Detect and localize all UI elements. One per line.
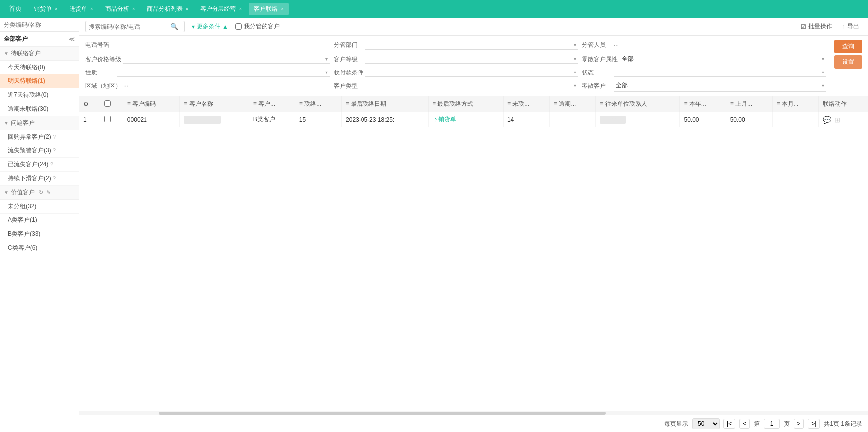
bottom-bar: 每页显示 50 100 200 |< < 第 页 > >| 共1页 1条记录: [79, 415, 868, 432]
select-all-checkbox[interactable]: [104, 100, 111, 107]
collapse-sidebar-icon[interactable]: ≪: [69, 36, 75, 43]
sidebar-search-input[interactable]: [4, 21, 78, 28]
sidebar-item-class-b[interactable]: B类客户(33): [0, 227, 79, 241]
first-page-btn[interactable]: |<: [723, 419, 735, 429]
toolbar-right: ☑ 批量操作 ↑ 导出: [798, 21, 862, 32]
col-checkbox[interactable]: [100, 96, 123, 112]
filter-dept: 分管部门 ▾: [334, 41, 578, 50]
more-filters-btn[interactable]: ▾ 更多条件 ▲: [189, 21, 231, 32]
sidebar-item-ungrouped[interactable]: 未分组(32): [0, 200, 79, 214]
sidebar-item-overdue[interactable]: 逾期未联络(30): [0, 102, 79, 116]
horizontal-scrollbar[interactable]: [79, 411, 868, 415]
sidebar-item-7days[interactable]: 近7天待联络(0): [0, 88, 79, 102]
customer-level-caret-icon: ▾: [574, 56, 576, 62]
filter-region-dots[interactable]: ···: [123, 82, 128, 89]
page-size-select[interactable]: 50 100 200: [692, 418, 720, 429]
page-input[interactable]: [764, 419, 780, 429]
reset-button[interactable]: 设置: [834, 55, 862, 69]
last-page-btn[interactable]: >|: [808, 419, 820, 429]
filter-payment-terms-select[interactable]: ▾: [365, 68, 578, 77]
group-problem-customers[interactable]: ▼ 问题客户: [0, 116, 79, 130]
close-purchase-order-icon[interactable]: ×: [90, 6, 93, 12]
col-code[interactable]: ≡ 客户编码: [123, 96, 179, 112]
col-last-contact-date[interactable]: ≡ 最后联络日期: [342, 96, 429, 112]
retail-customer-caret-icon: ▾: [822, 83, 824, 88]
col-type[interactable]: ≡ 客户...: [249, 96, 295, 112]
cell-checkbox[interactable]: [100, 112, 123, 127]
group-value-label: 价值客户: [11, 188, 35, 197]
my-customers-checkbox-label[interactable]: 我分管的客户: [235, 22, 280, 31]
sidebar-item-repurchase-abnormal[interactable]: 回购异常客户(2) ?: [0, 130, 79, 144]
col-settings[interactable]: ⚙: [79, 96, 100, 112]
batch-ops-btn[interactable]: ☑ 批量操作: [798, 21, 835, 32]
export-btn[interactable]: ↑ 导出: [839, 21, 862, 32]
sidebar-item-churned[interactable]: 已流失客户(24) ?: [0, 158, 79, 172]
chat-action-icon[interactable]: 💬: [823, 116, 831, 124]
nav-purchase-order[interactable]: 进货单 ×: [65, 3, 98, 15]
filter-retail-customer-select[interactable]: 全部 ▾: [614, 80, 826, 92]
edit-value-icon[interactable]: ✎: [46, 189, 51, 196]
filter-customer-level-select[interactable]: ▾: [365, 55, 578, 64]
sidebar-item-churn-warning[interactable]: 流失预警客户(3) ?: [0, 144, 79, 158]
next-page-btn[interactable]: >: [794, 419, 804, 429]
group-arrow-icon: ▼: [4, 51, 9, 56]
close-customer-contact-icon[interactable]: ×: [281, 6, 284, 12]
query-button[interactable]: 查询: [834, 40, 862, 53]
col-last-month[interactable]: ≡ 上月...: [726, 96, 772, 112]
nav-product-analysis[interactable]: 商品分析 ×: [100, 3, 140, 15]
my-customers-checkbox[interactable]: [235, 23, 242, 30]
grid-action-icon[interactable]: ⊞: [834, 116, 840, 124]
col-name[interactable]: ≡ 客户名称: [180, 96, 249, 112]
group-pending-contact[interactable]: ▼ 待联络客户: [0, 47, 79, 61]
last-contact-method-link[interactable]: 下销货单: [433, 116, 456, 123]
sidebar-item-declining[interactable]: 持续下滑客户(2) ?: [0, 172, 79, 186]
sidebar-item-class-c[interactable]: C类客户(6): [0, 241, 79, 255]
col-contact-person[interactable]: ≡ 往来单位联系人: [596, 96, 680, 112]
filter-customer-type: 客户类型 ▾: [334, 81, 578, 90]
scrollbar-thumb[interactable]: [159, 412, 606, 415]
cell-name: Ea: [180, 112, 249, 127]
sidebar-item-tomorrow[interactable]: 明天待联络(1): [0, 74, 79, 88]
group-pending-label: 待联络客户: [11, 49, 41, 58]
nav-product-analysis-list[interactable]: 商品分析列表 ×: [142, 3, 194, 15]
filter-dept-select[interactable]: ▾: [365, 41, 578, 50]
cell-last-contact-method[interactable]: 下销货单: [428, 112, 503, 127]
dept-caret-icon: ▾: [574, 42, 576, 48]
main-search-icon[interactable]: 🔍: [170, 23, 178, 30]
cell-uncontacted: 14: [503, 112, 549, 127]
nav-home[interactable]: 首页: [4, 2, 27, 15]
col-this-month[interactable]: ≡ 本月...: [772, 96, 818, 112]
nav-customer-contact[interactable]: 客户联络 ×: [249, 3, 289, 15]
filter-nature-select[interactable]: ▾: [117, 68, 330, 77]
nav-customer-segmentation[interactable]: 客户分层经营 ×: [195, 3, 247, 15]
nav-sales-order[interactable]: 销货单 ×: [29, 3, 63, 15]
filter-manager-dots[interactable]: ···: [614, 42, 619, 49]
toolbar: 🔍 ▾ 更多条件 ▲ 我分管的客户 ☑ 批量操作 ↑ 导出: [79, 18, 868, 36]
col-contact[interactable]: ≡ 联络...: [295, 96, 341, 112]
filter-price-level-select[interactable]: ▾: [123, 55, 330, 64]
col-overdue[interactable]: ≡ 逾期...: [550, 96, 596, 112]
sidebar-item-class-a[interactable]: A类客户(1): [0, 214, 79, 227]
col-this-year[interactable]: ≡ 本年...: [680, 96, 726, 112]
filter-status-select[interactable]: ▾: [614, 68, 826, 77]
filter-status-label: 状态: [582, 69, 612, 77]
col-last-contact-method[interactable]: ≡ 最后联络方式: [428, 96, 503, 112]
filter-customer-type-select[interactable]: ▾: [365, 81, 578, 90]
refresh-value-icon[interactable]: ↻: [39, 189, 43, 196]
close-product-analysis-list-icon[interactable]: ×: [186, 6, 189, 12]
prev-page-btn[interactable]: <: [739, 419, 750, 429]
col-uncontacted[interactable]: ≡ 未联...: [503, 96, 549, 112]
row-checkbox[interactable]: [104, 116, 111, 122]
sidebar-item-today[interactable]: 今天待联络(0): [0, 61, 79, 74]
main-search-input[interactable]: [89, 23, 168, 30]
filter-manager: 分管人员 ···: [582, 41, 826, 49]
group-value-customers[interactable]: ▼ 价值客户 ↻ ✎: [0, 186, 79, 200]
close-customer-seg-icon[interactable]: ×: [239, 6, 242, 12]
filter-phone-input[interactable]: [117, 40, 330, 50]
close-product-analysis-icon[interactable]: ×: [132, 6, 135, 12]
table-row: 1 000021 Ea B类客户 15 2023-05-23 18:25: 下销…: [79, 112, 868, 127]
filter-row-3: 性质 ▾ 收付款条件 ▾: [85, 68, 826, 77]
all-customers-header[interactable]: 全部客户 ≪: [0, 32, 79, 47]
filter-retail-attr-select[interactable]: 全部 ▾: [620, 53, 826, 65]
close-sales-order-icon[interactable]: ×: [55, 6, 58, 12]
